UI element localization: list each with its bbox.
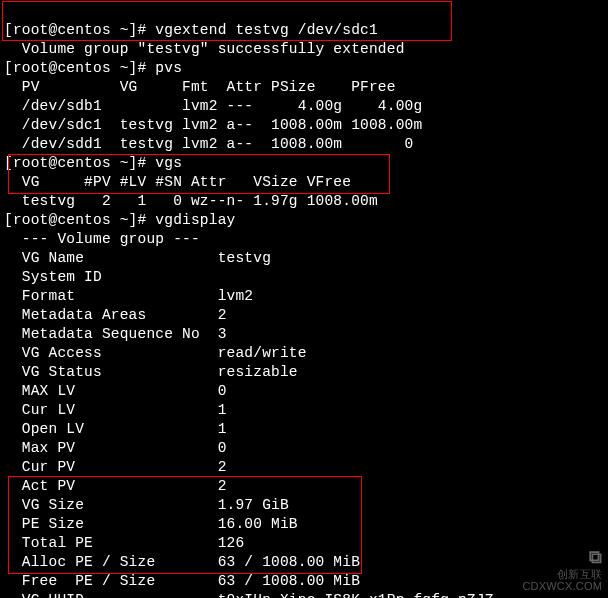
watermark: ⧉ 创新互联 CDXWCX.COM	[522, 548, 602, 592]
vgdisplay-row: Free PE / Size 63 / 1008.00 MiB	[4, 573, 360, 589]
cmd-pvs: [root@centos ~]# pvs	[4, 60, 182, 76]
pvs-header: PV VG Fmt Attr PSize PFree	[4, 79, 396, 95]
vgdisplay-row: VG Name testvg	[4, 250, 271, 266]
pvs-row: /dev/sdb1 lvm2 --- 4.00g 4.00g	[4, 98, 422, 114]
vgdisplay-row: VG Size 1.97 GiB	[4, 497, 289, 513]
vgdisplay-row: Cur LV 1	[4, 402, 227, 418]
cmd-vgdisplay: [root@centos ~]# vgdisplay	[4, 212, 235, 228]
vgdisplay-row: VG Access read/write	[4, 345, 307, 361]
vgdisplay-row: Format lvm2	[4, 288, 253, 304]
vgdisplay-row: Max PV 0	[4, 440, 227, 456]
vgdisplay-row: Metadata Sequence No 3	[4, 326, 227, 342]
vgdisplay-row: MAX LV 0	[4, 383, 227, 399]
vgs-row: testvg 2 1 0 wz--n- 1.97g 1008.00m	[4, 193, 378, 209]
vgdisplay-row: Cur PV 2	[4, 459, 227, 475]
terminal-output: [root@centos ~]# vgextend testvg /dev/sd…	[0, 0, 608, 598]
watermark-url: CDXWCX.COM	[522, 580, 602, 592]
vgdisplay-row: VG UUID t0xIHn-Xinc-IS8K-x1Pp-fqfg-pZJZ	[4, 592, 494, 598]
watermark-brand: 创新互联	[522, 568, 602, 580]
vgdisplay-row: Alloc PE / Size 63 / 1008.00 MiB	[4, 554, 360, 570]
vgdisplay-row: VG Status resizable	[4, 364, 298, 380]
out-vgextend-success: Volume group "testvg" successfully exten…	[4, 41, 405, 57]
pvs-row: /dev/sdc1 testvg lvm2 a-- 1008.00m 1008.…	[4, 117, 422, 133]
cmd-vgextend: [root@centos ~]# vgextend testvg /dev/sd…	[4, 22, 378, 38]
pvs-row: /dev/sdd1 testvg lvm2 a-- 1008.00m 0	[4, 136, 413, 152]
vgdisplay-heading: --- Volume group ---	[4, 231, 200, 247]
watermark-logo-icon: ⧉	[522, 548, 602, 568]
vgdisplay-row: Total PE 126	[4, 535, 244, 551]
cmd-vgs: [root@centos ~]# vgs	[4, 155, 182, 171]
vgdisplay-row: Metadata Areas 2	[4, 307, 227, 323]
vgdisplay-row: System ID	[4, 269, 102, 285]
vgs-header: VG #PV #LV #SN Attr VSize VFree	[4, 174, 351, 190]
vgdisplay-row: Act PV 2	[4, 478, 227, 494]
vgdisplay-row: PE Size 16.00 MiB	[4, 516, 298, 532]
vgdisplay-row: Open LV 1	[4, 421, 227, 437]
